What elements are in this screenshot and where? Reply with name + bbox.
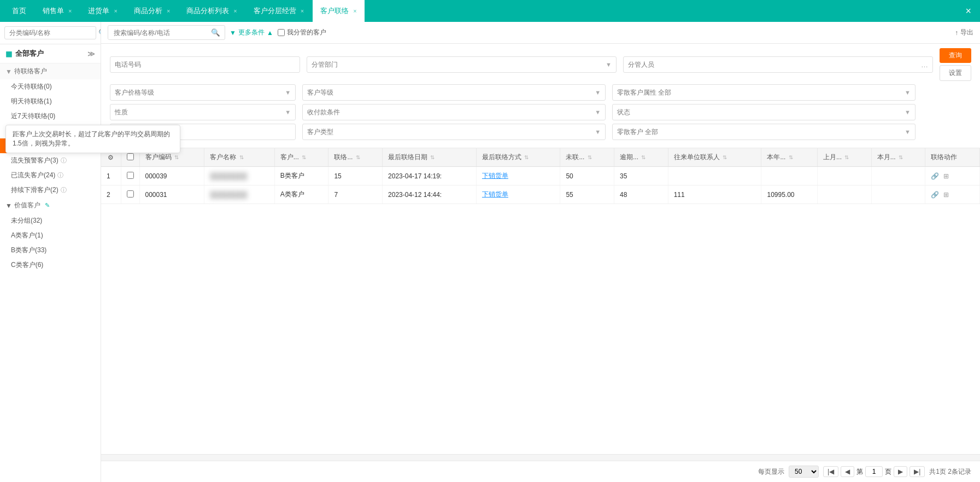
- sidebar-item-today[interactable]: 今天待联络(0): [0, 79, 101, 94]
- sidebar-item-churn-warning[interactable]: 流失预警客户(3) ⓘ: [0, 153, 101, 168]
- filter-dept[interactable]: 分管部门 ▼: [307, 56, 617, 73]
- sort-type-icon[interactable]: ⇅: [302, 154, 306, 160]
- chevron-down-icon-scatter2: ▼: [905, 129, 911, 135]
- first-page-button[interactable]: |◀: [823, 466, 838, 477]
- sort-lmonth-icon[interactable]: ⇅: [844, 154, 849, 160]
- sort-year-icon[interactable]: ⇅: [789, 154, 793, 160]
- next-page-button[interactable]: ▶: [894, 466, 907, 477]
- more-conditions-button[interactable]: ▼ 更多条件 ▲: [230, 28, 273, 37]
- filter-payment[interactable]: 收付款条件 ▼: [302, 104, 606, 120]
- filter-price-level[interactable]: 客户价格等级 ▼: [110, 84, 296, 101]
- close-sales-icon[interactable]: ×: [68, 0, 72, 22]
- close-customer-contact-icon[interactable]: ×: [353, 0, 356, 22]
- close-analysis-list-icon[interactable]: ×: [233, 0, 237, 22]
- filter-customer-type[interactable]: 客户类型 ▼: [302, 124, 606, 140]
- row2-last-method: 下销货单: [476, 185, 560, 204]
- filter-nature[interactable]: 性质 ▼: [110, 104, 296, 120]
- sidebar-item-a-class[interactable]: A类客户(1): [0, 228, 101, 243]
- filter-status[interactable]: 状态 ▼: [612, 104, 916, 120]
- search-button[interactable]: 🔍: [207, 26, 225, 39]
- select-all-checkbox[interactable]: [127, 153, 134, 160]
- sort-overdue-icon[interactable]: ⇅: [641, 154, 645, 160]
- close-customer-tier-icon[interactable]: ×: [301, 0, 304, 22]
- nav-analysis[interactable]: 商品分析 ×: [126, 0, 178, 22]
- per-page-select[interactable]: 50 100 200: [789, 466, 819, 478]
- chevron-down-icon-status: ▼: [905, 109, 911, 115]
- sort-name-icon[interactable]: ⇅: [239, 154, 244, 160]
- th-last-month: 上月... ⇅: [818, 148, 872, 167]
- row1-action-grid-icon[interactable]: ⊞: [943, 172, 949, 180]
- row2-select[interactable]: [127, 190, 134, 198]
- sort-code-icon[interactable]: ⇅: [174, 154, 179, 160]
- row2-checkbox[interactable]: [121, 185, 139, 204]
- sidebar-item-7days[interactable]: 近7天待联络(0): [0, 109, 101, 124]
- filter-scatter-attr[interactable]: 零散客户属性 全部 ▼: [612, 84, 916, 101]
- row1-overdue: 35: [614, 167, 668, 185]
- row1-select[interactable]: [127, 172, 134, 179]
- sidebar-search-area: 🔍: [0, 22, 101, 44]
- sort-method-icon[interactable]: ⇅: [524, 154, 529, 160]
- info-icon-2: ⓘ: [57, 171, 63, 179]
- value-customer-group[interactable]: ▼ 价值客户 ✎: [0, 198, 101, 213]
- export-icon: ↑: [955, 29, 958, 37]
- row2-action-link-icon[interactable]: 🔗: [931, 191, 939, 199]
- th-last-date: 最后联络日期 ⇅: [383, 148, 477, 167]
- tooltip-box: 距客户上次交易时长，超过了此客户的平均交易周期的1.5倍，则视为异常。: [101, 125, 180, 153]
- filter-scatter-customer[interactable]: 零散客户 全部 ▼: [612, 124, 916, 140]
- row2-contact: 7: [328, 185, 383, 204]
- close-purchase-icon[interactable]: ×: [114, 0, 117, 22]
- th-action: 联络动作: [925, 148, 980, 167]
- sidebar-search-input[interactable]: [4, 26, 96, 39]
- settings-button[interactable]: 设置: [940, 65, 971, 81]
- row2-this-year: 10995.00: [761, 185, 818, 204]
- filter-phone[interactable]: 电话号码: [110, 56, 300, 73]
- row2-this-month: [871, 185, 925, 204]
- nav-analysis-list[interactable]: 商品分析列表 ×: [179, 0, 244, 22]
- my-customers-checkbox[interactable]: [278, 29, 285, 36]
- page-nav: |◀ ◀ 第 页 ▶ ▶|: [823, 466, 925, 477]
- my-customers-checkbox-label[interactable]: 我分管的客户: [278, 28, 326, 37]
- row2-contact2: 111: [668, 185, 761, 204]
- nav-customer-contact[interactable]: 客户联络 ×: [313, 0, 364, 22]
- nav-sales[interactable]: 销售单 ×: [35, 0, 79, 22]
- sort-contact2-icon[interactable]: ⇅: [723, 154, 727, 160]
- filter-manager[interactable]: 分管人员 …: [623, 56, 933, 73]
- edit-icon[interactable]: ✎: [45, 202, 50, 209]
- table-body: 1 000039 ████████ B类客户 15 2023-04-17 14:…: [101, 167, 980, 204]
- wait-contact-group[interactable]: ▼ 待联络客户: [0, 63, 101, 79]
- query-button[interactable]: 查询: [940, 48, 971, 63]
- sidebar-item-tomorrow[interactable]: 明天待联络(1): [0, 94, 101, 109]
- window-close-button[interactable]: ×: [961, 5, 976, 17]
- page-input[interactable]: [865, 466, 883, 477]
- sort-contact-icon[interactable]: ⇅: [356, 154, 360, 160]
- sidebar-collapse-icon[interactable]: ≫: [87, 50, 95, 58]
- chevron-down-icon-type: ▼: [595, 129, 601, 135]
- nav-home[interactable]: 首页: [4, 0, 34, 22]
- last-page-button[interactable]: ▶|: [909, 466, 925, 477]
- row1-contact2: [668, 167, 761, 185]
- search-input[interactable]: [108, 26, 207, 39]
- sidebar-item-b-class[interactable]: B类客户(33): [0, 243, 101, 258]
- sort-tmonth-icon[interactable]: ⇅: [899, 154, 903, 160]
- table-header: ⚙ 客户编码 ⇅ 客户名称 ⇅ 客户... ⇅: [101, 148, 980, 167]
- sidebar-item-churned[interactable]: 已流失客户(24) ⓘ: [0, 168, 101, 183]
- horizontal-scrollbar[interactable]: [101, 454, 980, 461]
- export-button[interactable]: ↑ 导出: [955, 28, 973, 37]
- sort-uncontact-icon[interactable]: ⇅: [588, 154, 592, 160]
- sidebar-item-c-class[interactable]: C类客户(6): [0, 258, 101, 272]
- sidebar-item-declining[interactable]: 持续下滑客户(2) ⓘ: [0, 183, 101, 198]
- filter-customer-level[interactable]: 客户等级 ▼: [302, 84, 606, 101]
- close-analysis-icon[interactable]: ×: [167, 0, 170, 22]
- row2-name: ████████: [204, 185, 274, 204]
- nav-purchase[interactable]: 进货单 ×: [80, 0, 125, 22]
- row1-last-month: [818, 167, 872, 185]
- sidebar-item-ungroup[interactable]: 未分组(32): [0, 213, 101, 228]
- row1-checkbox[interactable]: [121, 167, 139, 185]
- info-icon-1: ⓘ: [61, 156, 67, 165]
- sort-date-icon[interactable]: ⇅: [430, 154, 435, 160]
- row2-action-grid-icon[interactable]: ⊞: [943, 191, 949, 199]
- table-area: ⚙ 客户编码 ⇅ 客户名称 ⇅ 客户... ⇅: [101, 148, 980, 454]
- row1-action-link-icon[interactable]: 🔗: [931, 172, 939, 180]
- prev-page-button[interactable]: ◀: [841, 466, 854, 477]
- nav-customer-tier[interactable]: 客户分层经营 ×: [246, 0, 312, 22]
